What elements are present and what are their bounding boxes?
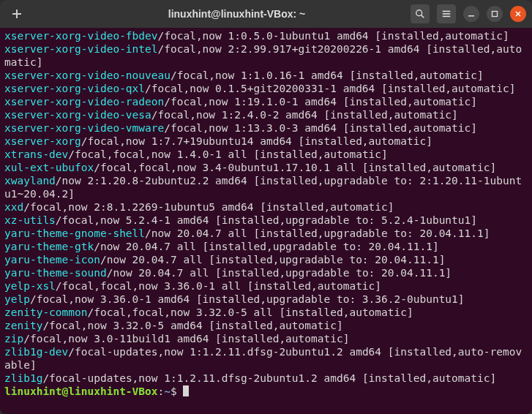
svg-rect-6 <box>492 12 498 17</box>
package-line: xserver-xorg-video-intel/focal,now 2:2.9… <box>4 42 528 69</box>
package-info: /focal,now 2:8.1.2269-1ubuntu5 amd64 [in… <box>23 201 394 213</box>
package-line: yaru-theme-sound/now 20.04.7 all [instal… <box>4 266 528 279</box>
package-info: /focal,now 5.2.4-1 amd64 [installed,upgr… <box>56 214 477 226</box>
package-name: yelp <box>4 293 30 305</box>
package-line: zenity-common/focal,focal,now 3.32.0-5 a… <box>4 306 528 319</box>
minimize-button[interactable] <box>463 6 479 22</box>
package-name: xserver-xorg-video-vmware <box>4 122 164 134</box>
package-line: xul-ext-ubufox/focal,focal,now 3.4-0ubun… <box>4 161 528 174</box>
package-line: zlib1g-dev/focal-updates,now 1:1.2.11.df… <box>4 345 528 372</box>
package-line: yelp-xsl/focal,focal,now 3.36.0-1 all [i… <box>4 279 528 293</box>
svg-rect-2 <box>443 11 451 12</box>
window-title: linuxhint@linuxhint-VBox: ~ <box>98 8 375 20</box>
package-info: /now 20.04.7 all [installed,upgradable t… <box>94 241 438 252</box>
package-name: yaru-theme-gnome-shell <box>4 227 145 239</box>
minimize-icon <box>468 10 475 18</box>
package-line: xserver-xorg/focal,now 1:7.7+19ubuntu14 … <box>4 135 528 148</box>
package-line: yaru-theme-gtk/now 20.04.7 all [installe… <box>4 240 528 253</box>
package-name: xserver-xorg-video-intel <box>4 43 158 55</box>
package-name: yaru-theme-sound <box>4 267 107 279</box>
package-name: xserver-xorg <box>4 135 81 147</box>
package-info: /focal,now 1:7.7+19ubuntu14 amd64 [insta… <box>81 135 432 147</box>
prompt-dollar: $ <box>171 385 183 397</box>
prompt-colon: : <box>158 385 165 397</box>
package-info: /focal,now 3.36.0-1 amd64 [installed,upg… <box>30 293 465 305</box>
prompt-user: linuxhint@linuxhint-VBox <box>4 385 158 397</box>
package-name: zlib1g <box>4 372 42 384</box>
package-line: xserver-xorg-video-fbdev/focal,now 1:0.5… <box>4 29 528 42</box>
package-info: /focal,now 3.32.0-5 amd64 [installed,aut… <box>42 320 342 331</box>
package-info: /focal,now 3.0-11build1 amd64 [installed… <box>23 333 349 345</box>
svg-line-1 <box>422 15 424 18</box>
maximize-button[interactable] <box>487 6 503 22</box>
terminal-window: linuxhint@linuxhint-VBox: ~ xserver-xorg… <box>0 0 532 414</box>
package-name: xserver-xorg-video-nouveau <box>4 69 171 81</box>
titlebar: linuxhint@linuxhint-VBox: ~ <box>0 0 532 28</box>
package-line: xxd/focal,now 2:8.1.2269-1ubuntu5 amd64 … <box>4 200 528 214</box>
package-line: yaru-theme-icon/now 20.04.7 all [install… <box>4 253 528 266</box>
package-name: xserver-xorg-video-qxl <box>4 83 145 94</box>
close-button[interactable] <box>510 6 526 22</box>
package-info: /focal-updates,now 1:1.2.11.dfsg-2ubuntu… <box>4 346 522 371</box>
package-info: /focal,focal,now 3.32.0-5 all [installed… <box>88 306 413 318</box>
package-name: xtrans-dev <box>4 148 68 160</box>
menu-button[interactable] <box>437 4 456 23</box>
package-name: xz-utils <box>4 214 56 226</box>
package-info: /focal,focal,now 1.4.0-1 all [installed,… <box>68 148 388 160</box>
package-info: /now 20.04.7 all [installed,upgradable t… <box>100 254 445 266</box>
package-line: xz-utils/focal,now 5.2.4-1 amd64 [instal… <box>4 214 528 227</box>
package-name: zip <box>4 333 23 345</box>
package-name: xxd <box>4 201 23 213</box>
package-line: xserver-xorg-video-qxl/focal,now 0.1.5+g… <box>4 82 528 95</box>
package-line: yelp/focal,now 3.36.0-1 amd64 [installed… <box>4 293 528 306</box>
package-info: /focal,now 1:1.0.16-1 amd64 [installed,a… <box>171 69 484 81</box>
package-line: xserver-xorg-video-nouveau/focal,now 1:1… <box>4 69 528 82</box>
prompt-line[interactable]: linuxhint@linuxhint-VBox:~$ <box>4 385 528 398</box>
search-icon <box>415 9 425 19</box>
prompt-path: ~ <box>164 385 171 397</box>
package-info: /focal,now 1:19.1.0-1 amd64 [installed,a… <box>164 96 477 108</box>
maximize-icon <box>491 10 498 18</box>
package-line: xwayland/now 2:1.20.8-2ubuntu2.2 amd64 [… <box>4 174 528 200</box>
svg-rect-3 <box>443 13 451 15</box>
close-icon <box>514 10 522 18</box>
package-line: yaru-theme-gnome-shell/now 20.04.7 all [… <box>4 227 528 240</box>
cursor <box>183 385 189 396</box>
package-line: zlib1g/focal-updates,now 1:1.2.11.dfsg-2… <box>4 372 528 385</box>
package-line: xserver-xorg-video-vmware/focal,now 1:13… <box>4 121 528 135</box>
package-name: xserver-xorg-video-vesa <box>4 109 151 121</box>
package-info: /now 20.04.7 all [installed,upgradable t… <box>145 227 490 239</box>
svg-point-0 <box>416 10 422 16</box>
package-name: yaru-theme-gtk <box>4 241 94 252</box>
package-info: /focal,focal,now 3.36.0-1 all [installed… <box>56 280 381 292</box>
package-name: yaru-theme-icon <box>4 254 100 266</box>
package-name: zlib1g-dev <box>4 346 68 358</box>
package-line: zenity/focal,now 3.32.0-5 amd64 [install… <box>4 319 528 332</box>
package-line: xserver-xorg-video-radeon/focal,now 1:19… <box>4 95 528 108</box>
package-info: /now 20.04.7 all [installed,upgradable t… <box>107 267 452 279</box>
svg-rect-4 <box>443 16 451 18</box>
plus-icon <box>11 8 23 20</box>
package-line: xtrans-dev/focal,focal,now 1.4.0-1 all [… <box>4 148 528 161</box>
package-line: xserver-xorg-video-vesa/focal,now 1:2.4.… <box>4 108 528 121</box>
package-info: /focal,now 1:13.3.0-3 amd64 [installed,a… <box>164 122 477 134</box>
package-name: zenity <box>4 320 42 331</box>
search-button[interactable] <box>411 4 430 23</box>
svg-rect-5 <box>468 15 474 17</box>
package-info: /focal-updates,now 1:1.2.11.dfsg-2ubuntu… <box>42 372 496 384</box>
package-info: /focal,now 1:2.4.0-2 amd64 [installed,au… <box>151 109 458 121</box>
package-line: zip/focal,now 3.0-11build1 amd64 [instal… <box>4 332 528 345</box>
package-name: xwayland <box>4 175 56 187</box>
package-info: /now 2:1.20.8-2ubuntu2.2 amd64 [installe… <box>4 175 522 200</box>
package-info: /focal,focal,now 3.4-0ubuntu1.17.10.1 al… <box>94 162 496 173</box>
package-name: xserver-xorg-video-radeon <box>4 96 164 108</box>
package-name: xserver-xorg-video-fbdev <box>4 30 158 42</box>
terminal-output[interactable]: xserver-xorg-video-fbdev/focal,now 1:0.5… <box>0 28 532 414</box>
package-name: zenity-common <box>4 306 88 318</box>
package-info: /focal,now 0.1.5+git20200331-1 amd64 [in… <box>145 83 515 94</box>
new-tab-button[interactable] <box>6 3 28 25</box>
hamburger-icon <box>441 9 452 19</box>
package-name: xul-ext-ubufox <box>4 162 94 173</box>
package-info: /focal,now 1:0.5.0-1ubuntu1 amd64 [insta… <box>158 30 509 42</box>
package-name: yelp-xsl <box>4 280 56 292</box>
